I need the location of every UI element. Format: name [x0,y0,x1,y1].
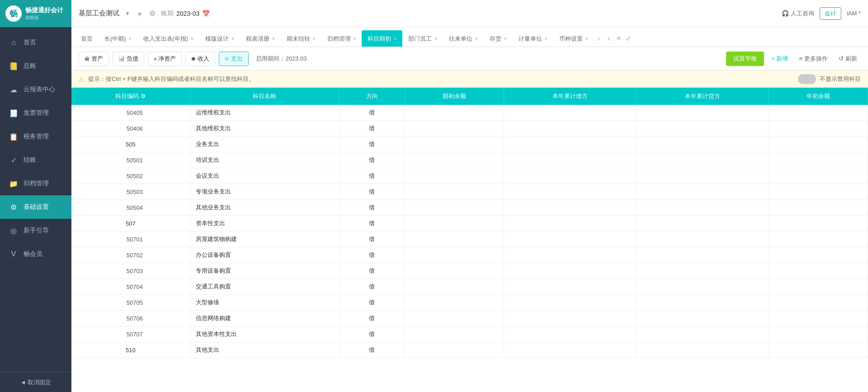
tab-close-icon[interactable]: × [231,36,234,41]
disable-toggle[interactable] [798,74,816,84]
table-row[interactable]: 50703专用设备购置借 [71,263,868,279]
sidebar-item-reports[interactable]: ☁ 云报表中心 [0,78,71,101]
tab-home[interactable]: 首页 [75,30,99,47]
tab-close-icon[interactable]: × [585,36,588,41]
cell-name: 会议支出 [190,168,339,184]
table-row[interactable]: 50702办公设备购置借 [71,247,868,263]
cell-opening-balance [405,168,504,184]
cell-year-start [769,295,868,311]
cell-name: 信息网络购建 [190,311,339,326]
tab-label: 长(中期) [104,35,126,43]
tab-unit[interactable]: 计量单位 × [513,30,553,47]
period-label: 账期 [161,9,174,18]
table-row[interactable]: 50406其他维权支出借 [71,121,868,137]
col-settings-icon[interactable]: ⚙ [141,93,146,99]
tab-period-end[interactable]: 期末结转 × [281,30,321,47]
table-row[interactable]: 50501培训支出借 [71,152,868,168]
sidebar-item-checkout[interactable]: ✓ 结账 [0,148,71,172]
tab-close-icon[interactable]: × [545,36,547,41]
role-btn[interactable]: 会计 [820,7,841,20]
tab-close-icon[interactable]: × [191,36,193,41]
sidebar-item-settings[interactable]: ⚙ 基础设置 [0,195,71,219]
cell-opening-balance [405,279,504,295]
table-row[interactable]: 507资本性支出借 [71,216,868,231]
table-row[interactable]: 50405运维维权支出借 [71,105,868,121]
table-row[interactable]: 50704交通工具购置借 [71,279,868,295]
add-btn[interactable]: + 新增 [768,53,792,65]
filter-liability[interactable]: 📊 负债 [113,52,144,66]
topbar-settings-icon[interactable]: ⚙ [149,9,156,18]
tab-expand-btn[interactable]: ⤢ [623,30,633,47]
table-row[interactable]: 50705大型修缮借 [71,295,868,311]
table-row[interactable]: 50504其他业务支出借 [71,200,868,216]
cell-opening-balance [405,200,504,216]
table-row[interactable]: 50503专项业务支出借 [71,184,868,200]
filter-expense[interactable]: ◎ 支出 [219,52,249,66]
tab-close-icon[interactable]: × [394,36,396,41]
sidebar-item-tax[interactable]: 📋 税务管理 [0,125,71,148]
guide-icon: ◎ [9,227,18,235]
project-dropdown-icon[interactable]: ▼ [125,10,130,17]
cell-name: 培训支出 [190,152,339,168]
tab-income[interactable]: 收入支出表(年报) × [137,30,200,47]
filter-label: 负债 [127,55,138,63]
cell-code: 50706 [71,311,190,326]
tip-right: 不显示禁用科目 [798,74,861,84]
tab-archive-mgr[interactable]: 归档管理 × [321,30,362,47]
cell-opening-balance [405,137,504,152]
table-row[interactable]: 50706信息网络购建借 [71,311,868,326]
refresh-icon: ↺ [839,55,844,62]
sidebar-toggle[interactable]: ◄ 取消固定 [0,372,71,392]
table-row[interactable]: 50701房屋建筑物购建借 [71,231,868,247]
tab-prev-btn[interactable]: ‹ [594,30,604,47]
sidebar-item-guide[interactable]: ◎ 新手引导 [0,219,71,242]
toggle-label: 不显示禁用科目 [820,75,861,83]
sidebar-item-archive[interactable]: 📁 归档管理 [0,172,71,195]
cell-ytd-debit [504,184,636,200]
tab-partner[interactable]: 往来单位 × [443,30,484,47]
add-tab-icon[interactable]: ＋ [136,8,144,19]
cell-code: 50504 [71,200,190,216]
table-row[interactable]: 50502会议支出借 [71,168,868,184]
cell-direction: 借 [339,231,405,247]
logo[interactable]: 畅 畅捷通好会计 旗舰版 [0,0,71,27]
tab-next-btn[interactable]: › [604,30,613,47]
sidebar-item-invoice[interactable]: 🧾 发票管理 [0,101,71,125]
sidebar-item-home[interactable]: ⌂ 首页 [0,31,71,54]
tab-close-icon[interactable]: × [129,36,132,41]
tab-inventory[interactable]: 存货 × [484,30,513,47]
service-btn[interactable]: 🎧 人工咨询 [782,9,814,18]
tab-close-icon[interactable]: × [434,36,437,41]
filter-income[interactable]: ◉ 收入 [185,52,215,66]
cell-year-start [769,121,868,137]
table-row[interactable]: 50707其他资本性支出借 [71,326,868,342]
user-label[interactable]: iAM * [847,10,861,17]
tab-close-icon[interactable]: × [354,36,356,41]
more-btn[interactable]: ≡ 更多操作 [795,53,831,65]
tab-dept[interactable]: 部门员工 × [402,30,443,47]
filter-asset[interactable]: 🏛 资产 [79,52,109,66]
tab-tax[interactable]: 税表清册 × [240,30,281,47]
tab-close-icon[interactable]: × [475,36,478,41]
table-row[interactable]: 505业务支出借 [71,137,868,152]
calendar-icon[interactable]: 📅 [202,10,210,17]
table-row[interactable]: 510其他支出借 [71,342,868,358]
tab-template[interactable]: 模版设计 × [199,30,240,47]
cell-name: 交通工具购置 [190,279,339,295]
tab-subject-period[interactable]: 科目期初 × [362,30,402,47]
tab-close-all-btn[interactable]: × [613,30,623,47]
tab-close-icon[interactable]: × [504,36,507,41]
cell-code: 50703 [71,263,190,279]
filter-net-asset[interactable]: ≡ 净资产 [148,52,182,66]
sidebar-item-member[interactable]: V 畅会员 [0,242,71,266]
net-asset-icon: ≡ [154,56,156,61]
tab-period-report[interactable]: 长(中期) × [99,30,137,47]
tab-close-icon[interactable]: × [313,36,316,41]
refresh-btn[interactable]: ↺ 刷新 [835,53,861,65]
balance-btn[interactable]: 试算平衡 [726,52,764,66]
cell-direction: 借 [339,168,405,184]
tab-currency[interactable]: 币种设置 × [553,30,594,47]
sidebar-item-ledger[interactable]: 📒 总账 [0,54,71,78]
tab-close-icon[interactable]: × [272,36,275,41]
main-content: 基层工会测试 ▼ ＋ ⚙ 账期 2023-03 📅 🎧 人工咨询 会计 iAM … [71,0,868,392]
